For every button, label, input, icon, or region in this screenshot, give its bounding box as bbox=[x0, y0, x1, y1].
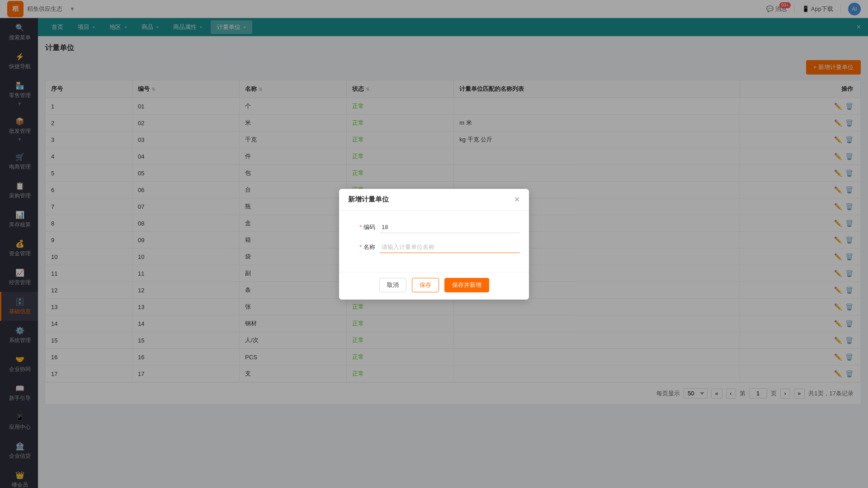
add-unit-modal: 新增计量单位 ✕ * 编码 * 名称 取消 保存 保存并新增 bbox=[339, 189, 529, 300]
name-form-row: * 名称 bbox=[348, 241, 520, 253]
name-label: * 名称 bbox=[348, 243, 375, 251]
modal-overlay: 新增计量单位 ✕ * 编码 * 名称 取消 保存 保存并新增 bbox=[0, 0, 868, 488]
code-label: * 编码 bbox=[348, 223, 375, 231]
code-input[interactable] bbox=[380, 221, 520, 233]
modal-body: * 编码 * 名称 bbox=[339, 211, 529, 272]
code-form-row: * 编码 bbox=[348, 221, 520, 233]
modal-close-button[interactable]: ✕ bbox=[514, 195, 520, 204]
save-button[interactable]: 保存 bbox=[412, 278, 439, 292]
name-input[interactable] bbox=[380, 241, 520, 253]
modal-footer: 取消 保存 保存并新增 bbox=[339, 272, 529, 300]
cancel-button[interactable]: 取消 bbox=[379, 278, 406, 292]
modal-header: 新增计量单位 ✕ bbox=[339, 189, 529, 211]
modal-title: 新增计量单位 bbox=[348, 195, 389, 204]
save-and-new-button[interactable]: 保存并新增 bbox=[444, 278, 489, 292]
